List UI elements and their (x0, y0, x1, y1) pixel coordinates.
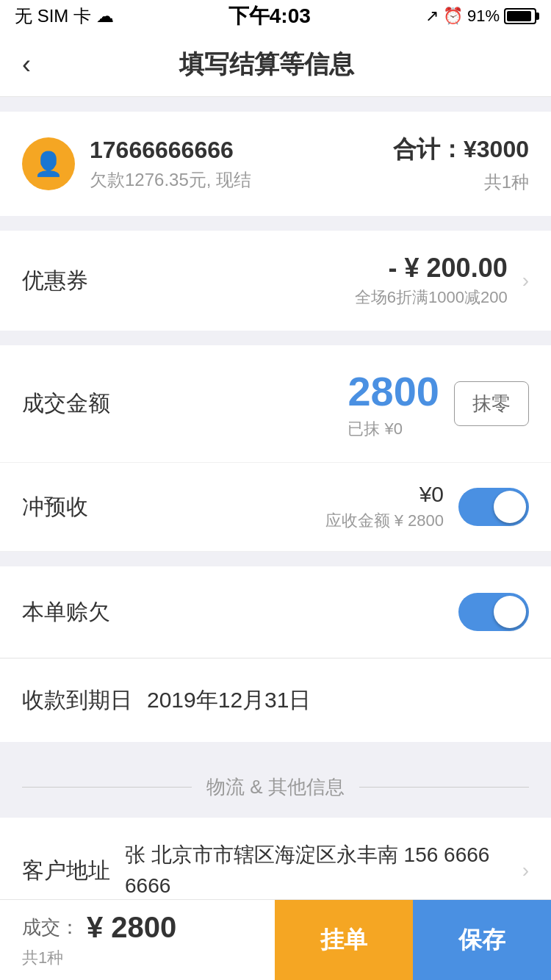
transaction-label: 成交金额 (22, 389, 110, 419)
battery-percent: 91% (467, 7, 500, 26)
duedate-row: 收款到期日 2019年12月31日 (0, 659, 551, 742)
total-value: 合计：¥3000 (393, 134, 529, 166)
battery-icon (504, 8, 536, 24)
deal-label: 成交： (22, 915, 79, 940)
transaction-section: 成交金额 2800 已抹 ¥0 抹零 冲预收 ¥0 应收金额 ¥ 2800 (0, 345, 551, 552)
customer-info: 👤 17666666666 欠款1276.35元, 现结 (22, 137, 251, 192)
debt-label: 本单赊欠 (22, 597, 110, 627)
bottom-count: 共1种 (22, 947, 253, 969)
battery-fill (507, 11, 531, 21)
section-divider-2 (0, 552, 551, 566)
prepay-label: 冲预收 (22, 492, 88, 522)
customer-sub: 欠款1276.35元, 现结 (90, 168, 251, 192)
sim-status: 无 SIM 卡 ☁ (15, 4, 114, 28)
status-bar: 无 SIM 卡 ☁ 下午4:03 ↗ ⏰ 91% (0, 0, 551, 32)
chevron-right-icon: › (522, 269, 529, 292)
transaction-value: 2800 (347, 367, 439, 415)
coupon-row[interactable]: 优惠券 - ¥ 200.00 全场6折满1000减200 › (0, 231, 551, 331)
toggle-knob (494, 491, 526, 523)
section-divider-3 (0, 742, 551, 757)
address-label: 客户地址 (22, 856, 110, 886)
customer-card: 👤 17666666666 欠款1276.35元, 现结 合计：¥3000 共1… (0, 112, 551, 216)
duedate-value: 2019年12月31日 (147, 685, 311, 716)
customer-total: 合计：¥3000 共1种 (393, 134, 529, 194)
coupon-sub: 全场6折满1000减200 (355, 287, 508, 309)
customer-details: 17666666666 欠款1276.35元, 现结 (90, 137, 251, 192)
transaction-value-wrapper: 2800 已抹 ¥0 (347, 367, 439, 440)
bottom-summary: 成交： ¥ 2800 共1种 (0, 911, 275, 969)
back-button[interactable]: ‹ (22, 51, 31, 78)
direction-icon: ↗ (425, 7, 439, 26)
transaction-row: 成交金额 2800 已抹 ¥0 抹零 (0, 345, 551, 463)
transaction-right: 2800 已抹 ¥0 抹零 (347, 367, 529, 440)
address-chevron-icon: › (522, 859, 529, 882)
bottom-deal: 成交： ¥ 2800 (22, 911, 253, 944)
avatar: 👤 (22, 137, 75, 190)
coupon-info: - ¥ 200.00 全场6折满1000减200 (355, 253, 508, 309)
alarm-icon: ⏰ (443, 7, 463, 26)
status-right: ↗ ⏰ 91% (425, 7, 536, 26)
prepay-row: 冲预收 ¥0 应收金额 ¥ 2800 (0, 463, 551, 552)
prepay-toggle[interactable] (458, 488, 529, 526)
section-divider-1 (0, 331, 551, 345)
logistics-title: 物流 & 其他信息 (206, 774, 345, 800)
prepay-receivable: 应收金额 ¥ 2800 (325, 510, 444, 532)
line-right (359, 787, 529, 788)
status-time: 下午4:03 (228, 2, 311, 30)
prepay-amount: ¥0 (325, 482, 444, 507)
address-value: 张 北京市市辖区海淀区永丰南 156 6666 6666 (125, 840, 515, 901)
pending-button[interactable]: 挂单 (275, 900, 413, 981)
deal-value: ¥ 2800 (87, 911, 176, 944)
save-button[interactable]: 保存 (413, 900, 551, 981)
nav-bar: ‹ 填写结算等信息 (0, 32, 551, 97)
coupon-label: 优惠券 (22, 266, 88, 296)
coupon-section: 优惠券 - ¥ 200.00 全场6折满1000减200 › (0, 231, 551, 331)
debt-row: 本单赊欠 (0, 566, 551, 658)
debt-toggle[interactable] (458, 593, 529, 631)
total-count: 共1种 (393, 170, 529, 194)
bottom-bar: 成交： ¥ 2800 共1种 挂单 保存 (0, 899, 551, 980)
coupon-right: - ¥ 200.00 全场6折满1000减200 › (355, 253, 529, 309)
line-left (22, 787, 192, 788)
debt-toggle-knob (494, 596, 526, 628)
prepay-values: ¥0 应收金额 ¥ 2800 (325, 482, 444, 532)
round-button[interactable]: 抹零 (454, 381, 529, 426)
logistics-header: 物流 & 其他信息 (0, 757, 551, 818)
status-left: 无 SIM 卡 ☁ (15, 4, 114, 28)
prepay-right: ¥0 应收金额 ¥ 2800 (325, 482, 529, 532)
duedate-label: 收款到期日 (22, 685, 132, 716)
coupon-amount: - ¥ 200.00 (355, 253, 508, 284)
transaction-sub: 已抹 ¥0 (347, 418, 439, 440)
customer-phone: 17666666666 (90, 137, 251, 164)
page-title: 填写结算等信息 (46, 48, 488, 82)
